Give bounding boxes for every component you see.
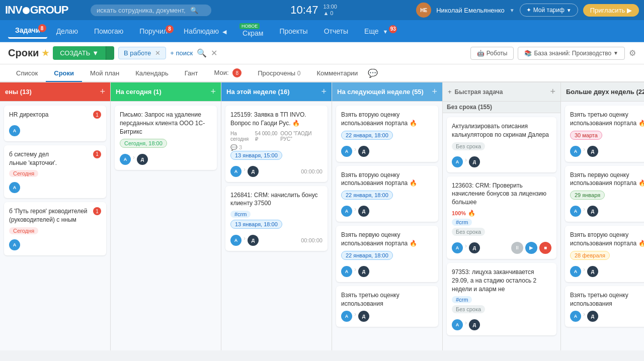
arrow-icon: › (583, 146, 585, 157)
task-card[interactable]: Взять третью оценку использования портал… (565, 106, 644, 162)
task-card[interactable]: Взять первую оценку использования портал… (565, 166, 644, 222)
task-avatars: А (9, 125, 20, 136)
tab-help[interactable]: Помогаю (87, 24, 130, 38)
overdue-badge: Сегодня (9, 227, 38, 234)
sub-tab-overdue[interactable]: Просрочены 0 (250, 65, 308, 82)
task-card[interactable]: HR директора 1 А (4, 106, 106, 141)
task-card[interactable]: Взять вторую оценку использования портал… (336, 166, 438, 222)
task-avatar: А (570, 266, 581, 277)
tab-reports[interactable]: Отчеты (317, 24, 355, 38)
sub-tab-deadlines[interactable]: Сроки (46, 65, 82, 82)
task-avatars: А › Д (452, 156, 480, 167)
col-quick-task-nosoon[interactable]: + (448, 88, 452, 96)
filter-tag-inwork[interactable]: В работе ✕ (118, 47, 166, 59)
task-footer: А › Д (341, 266, 433, 277)
search-filter-hint[interactable]: + поиск (170, 49, 193, 57)
tab-projects[interactable]: Проекты (272, 24, 314, 38)
col-add-thisweek-button[interactable]: + (321, 86, 327, 97)
task-card[interactable]: Взять вторую оценку использования портал… (565, 226, 644, 282)
sub-tab-myplan[interactable]: Мой план (82, 65, 127, 82)
task-avatar: А (570, 311, 581, 322)
sub-tab-list[interactable]: Список (8, 65, 46, 82)
task-avatar: Д (137, 154, 148, 165)
filter-search-icon[interactable]: 🔍 (197, 48, 207, 58)
filter-tag-close-icon[interactable]: ✕ (155, 49, 160, 57)
task-card[interactable]: Взять третью оценку использования А › Д (565, 286, 644, 327)
task-avatar: А (452, 242, 463, 253)
kb-button[interactable]: 📚 База знаний: Производство ▼ (518, 47, 625, 60)
stop-button[interactable]: ■ (539, 242, 551, 254)
task-footer: А › Д (570, 146, 644, 157)
task-avatars: А › Д (341, 146, 369, 157)
task-footer: А (9, 182, 101, 193)
search-input[interactable] (97, 7, 187, 14)
task-title: Взять первую оценку использования портал… (341, 231, 433, 248)
tab-scrum[interactable]: НОВОЕ Скрам (235, 22, 270, 40)
tab-watch[interactable]: Наблюдаю ◀ (177, 24, 233, 38)
task-title: Взять третью оценку использования (341, 291, 433, 308)
task-card[interactable]: Взять вторую оценку использования портал… (336, 106, 438, 162)
task-avatars: А (9, 239, 20, 250)
pause-button[interactable]: ⏸ (511, 242, 523, 254)
create-arrow-icon: ▼ (92, 49, 99, 57)
task-date: 22 января, 18:00 (341, 191, 393, 200)
task-card[interactable]: 97353: лицуха заканчивается 29.09, а на … (447, 263, 556, 335)
task-avatar: А (452, 156, 463, 167)
invite-button[interactable]: Пригласить ▶ (583, 4, 639, 17)
sub-tab-calendar[interactable]: Календарь (127, 65, 177, 82)
col-add-nosoon-button[interactable]: + (550, 86, 555, 97)
task-footer: А › Д 00:00:00 (230, 235, 323, 246)
task-date: Без срока (452, 305, 485, 313)
task-avatar: А (120, 154, 131, 165)
col-add-today-button[interactable]: + (210, 86, 216, 97)
task-avatar: А (9, 125, 20, 136)
task-footer: А (9, 125, 101, 136)
my-tariff-button[interactable]: ✦ Мой тариф ▼ (520, 4, 578, 17)
col-add-nextweek-button[interactable]: + (432, 86, 437, 97)
timer-controls: ⏸ ▶ ■ (511, 242, 551, 254)
task-card[interactable]: 125159: Заявка в ТП INVO. Вопрос по Гаод… (225, 106, 328, 182)
sub-tab-comments[interactable]: Комментарии (309, 65, 366, 82)
col-add-overdue-button[interactable]: + (100, 86, 105, 97)
task-avatar: А (341, 311, 352, 322)
filter-clear-icon[interactable]: ✕ (211, 48, 217, 58)
task-date: 29 января (570, 191, 605, 200)
create-button[interactable]: СОЗДАТЬ ▼ (53, 46, 106, 60)
new-badge: НОВОЕ (239, 23, 260, 29)
col-body-nextweek: Взять вторую оценку использования портал… (332, 102, 442, 350)
task-card[interactable]: Взять третью оценку использования А › Д (336, 286, 438, 327)
task-card[interactable]: б систему дел льные 'карточки'. 1 Сегодн… (4, 145, 106, 199)
task-card[interactable]: 126841: CRM: начислить бонус клиенту 375… (225, 186, 328, 251)
task-card[interactable]: Взять первую оценку использования портал… (336, 226, 438, 282)
task-date: 13 января, 15:00 (230, 151, 282, 160)
search-box[interactable]: 🔍 (91, 5, 211, 16)
task-card[interactable]: Письмо: Запрос на удаление персданных кл… (115, 106, 217, 170)
arrow-icon: › (465, 242, 467, 253)
tab-more[interactable]: Еще 93 ▼ (357, 24, 395, 38)
tab-assign[interactable]: Поручил 8 (132, 24, 175, 38)
sub-tab-mine[interactable]: Мои: 8 (206, 64, 250, 82)
task-avatars: А (9, 182, 20, 193)
task-avatars: А › Д (570, 206, 598, 217)
star-icon[interactable]: ★ (42, 48, 49, 58)
task-footer: А › Д (570, 206, 644, 217)
col-body-nosoon: Актуализировать описания калькуляторов п… (443, 113, 560, 350)
task-date: Сегодня, 18:00 (120, 139, 167, 148)
tab-doing[interactable]: Делаю (49, 24, 85, 38)
task-avatar: Д (358, 146, 369, 157)
task-footer: А › Д (341, 206, 433, 217)
invite-label: Пригласить (590, 7, 625, 14)
tab-tasks[interactable]: Задачи 8 (8, 23, 47, 39)
robots-button[interactable]: 🤖 Роботы (470, 47, 514, 60)
task-footer: А › Д (570, 311, 644, 322)
comments-icon[interactable]: 💬 (368, 68, 378, 78)
task-avatar: А (341, 206, 352, 217)
task-card[interactable]: б 'Путь героя' рководителей (руководител… (4, 202, 106, 255)
task-card[interactable]: 123603: CRM: Проверить начисление бонусо… (447, 176, 556, 259)
play-button[interactable]: ▶ (525, 242, 537, 254)
task-footer: А (9, 239, 101, 250)
settings-icon[interactable]: ⚙ (629, 48, 636, 58)
task-card[interactable]: Актуализировать описания калькуляторов п… (447, 117, 556, 172)
sub-tab-gantt[interactable]: Гант (177, 65, 206, 82)
create-dropdown-button[interactable] (106, 46, 114, 60)
